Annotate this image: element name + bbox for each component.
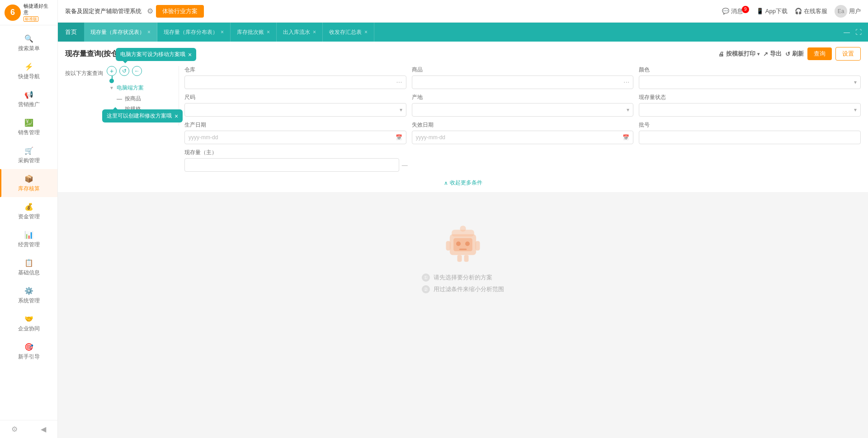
tab-close-batch-account[interactable]: × — [267, 29, 270, 35]
sidebar-item-label: 系统管理 — [18, 297, 40, 305]
product-label: 商品 — [412, 66, 634, 74]
tab-receive-summary[interactable]: 收发存汇总表 × — [323, 23, 374, 42]
tooltip-edit-close[interactable]: × — [175, 113, 178, 120]
industry-solution-btn[interactable]: 体验行业方案 — [156, 5, 204, 18]
svg-point-2 — [456, 241, 461, 246]
filter-exp-date: 失效日期 yyyy-mm-dd 📅 — [412, 121, 634, 144]
sidebar-item-inventory[interactable]: 📦 库存核算 — [0, 169, 57, 197]
sidebar-item-marketing[interactable]: 📢 营销推广 — [0, 85, 57, 113]
sidebar-item-label: 资金管理 — [18, 213, 40, 221]
sidebar-item-quicknav[interactable]: ⚡ 快捷导航 — [0, 57, 57, 85]
filter-stock-qty: 现存量（主） — — [184, 149, 408, 172]
scheme-refresh-btn[interactable]: ↺ — [119, 66, 129, 76]
query-btn[interactable]: 查询 — [807, 47, 832, 60]
tab-home[interactable]: 首页 — [58, 23, 84, 42]
sidebar-item-system[interactable]: ⚙️ 系统管理 — [0, 281, 57, 309]
svg-point-3 — [465, 241, 470, 246]
tab-close-inventory-status[interactable]: × — [147, 29, 151, 35]
settings-btn[interactable]: 设置 — [835, 47, 861, 61]
scheme-add-btn[interactable]: + — [107, 66, 117, 76]
tab-batch-account[interactable]: 库存批次账 × — [231, 23, 277, 42]
print-icon: 🖨 — [718, 51, 724, 57]
support-btn[interactable]: 🎧 在线客服 — [795, 7, 827, 15]
sidebar-item-enterprise[interactable]: 🤝 企业协同 — [0, 309, 57, 337]
query-section: 按以下方案查询 + ↺ ← 电脑方案可设为移动方案哦 × — [65, 66, 861, 175]
stock-qty-label: 现存量（主） — [184, 149, 408, 156]
warehouse-input[interactable]: ··· — [184, 75, 406, 89]
filter-warehouse: 仓库 ··· — [184, 66, 406, 89]
print-btn[interactable]: 🖨 按模板打印 ▾ — [718, 50, 760, 58]
exp-date-label: 失效日期 — [412, 121, 634, 129]
sidebar-item-operations[interactable]: 📊 经营管理 — [0, 225, 57, 253]
svg-rect-4 — [459, 249, 467, 250]
sidebar-item-finance[interactable]: 💰 资金管理 — [0, 197, 57, 225]
chevron-down-icon: ▾ — [757, 52, 760, 57]
chevron-down-icon: ▾ — [854, 79, 857, 85]
prod-date-label: 生产日期 — [184, 121, 406, 129]
filter-panel: 现存量查询(按仓库+商品) 🖨 按模板打印 ▾ ↗ 导出 ↺ 刷新 — [58, 42, 868, 192]
sales-icon: 💹 — [24, 118, 34, 127]
tab-close-in-out-flow[interactable]: × — [313, 29, 316, 35]
page-actions: 🖨 按模板打印 ▾ ↗ 导出 ↺ 刷新 查询 设置 — [718, 47, 861, 61]
stock-status-select[interactable]: ▾ — [639, 103, 861, 117]
logo-icon: 6 — [5, 5, 21, 21]
refresh-btn[interactable]: ↺ 刷新 — [785, 50, 804, 58]
tab-fullscreen-btn[interactable]: ⛶ — [854, 28, 863, 37]
batch-no-input[interactable] — [639, 131, 861, 144]
sidebar-item-basic[interactable]: 📋 基础信息 — [0, 253, 57, 281]
scheme-panel: + ↺ ← 电脑方案可设为移动方案哦 × — [107, 66, 179, 126]
bullet-icon: — — [117, 96, 122, 102]
sidebar-item-label: 搜索菜单 — [18, 45, 40, 52]
sidebar-nav: 🔍 搜索菜单 ⚡ 快捷导航 📢 营销推广 💹 销售管理 🛒 采购管理 📦 库存核… — [0, 25, 57, 420]
tab-in-out-flow[interactable]: 出入库流水 × — [277, 23, 323, 42]
filter-row-4: 现存量（主） — — [184, 149, 861, 172]
step-num-1: ① — [422, 273, 430, 282]
stock-qty-min-input[interactable] — [184, 158, 399, 172]
export-btn[interactable]: ↗ 导出 — [763, 50, 782, 58]
prod-date-input[interactable]: yyyy-mm-dd 📅 — [184, 131, 406, 144]
purchase-icon: 🛒 — [24, 146, 34, 155]
product-input[interactable]: ··· — [412, 75, 634, 89]
quicknav-icon: ⚡ — [24, 61, 34, 71]
sidebar-item-label: 经营管理 — [18, 241, 40, 249]
color-select[interactable]: ▾ — [639, 75, 861, 89]
calendar-icon: 📅 — [396, 134, 402, 141]
basic-icon: 📋 — [24, 258, 34, 268]
scheme-arrow-btn[interactable]: ← — [132, 66, 142, 76]
sidebar-item-guide[interactable]: 🎯 新手引导 — [0, 337, 57, 365]
origin-select[interactable]: ▾ — [412, 103, 634, 117]
tab-minus-btn[interactable]: — — [842, 28, 852, 37]
scheme-controls: + ↺ ← 电脑方案可设为移动方案哦 × — [107, 66, 173, 76]
tab-close-inventory-dist[interactable]: × — [221, 29, 224, 35]
empty-step-1: ① 请先选择要分析的方案 — [422, 273, 504, 282]
query-label: 按以下方案查询 — [65, 66, 103, 77]
filter-product: 商品 ··· — [412, 66, 634, 89]
message-btn[interactable]: 💬 消息 9 — [722, 7, 749, 15]
sidebar: 6 畅捷通好生意 标准版 🔍 搜索菜单 ⚡ 快捷导航 📢 营销推广 💹 销售管理… — [0, 0, 58, 438]
message-icon: 💬 — [722, 8, 729, 14]
search-icon: 🔍 — [24, 33, 34, 43]
scheme-sub-by-product[interactable]: — 按商品 — [114, 94, 173, 104]
sidebar-settings-btn[interactable]: ⚙ — [11, 425, 18, 433]
refresh-icon: ↺ — [785, 51, 790, 57]
size-select[interactable]: ▾ — [184, 103, 406, 117]
sidebar-collapse-btn[interactable]: ◀ — [41, 425, 46, 433]
filter-fields: 仓库 ··· 商品 ··· — [184, 66, 861, 175]
chevron-down-icon: ▾ — [627, 107, 629, 113]
scheme-desktop[interactable]: ▼ 电脑端方案 — [107, 82, 173, 94]
sidebar-item-search[interactable]: 🔍 搜索菜单 — [0, 29, 57, 57]
collapse-btn[interactable]: ∧ 收起更多条件 — [444, 179, 482, 187]
tooltip-desktop-close[interactable]: × — [188, 51, 192, 58]
svg-rect-5 — [458, 255, 462, 262]
exp-date-input[interactable]: yyyy-mm-dd 📅 — [412, 131, 634, 144]
system-name: 装备及固定资产辅助管理系统 — [65, 7, 142, 15]
tab-inventory-dist[interactable]: 现存量（库存分布表） × — [157, 23, 231, 42]
system-icon: ⚙️ — [24, 286, 34, 296]
tab-inventory-status[interactable]: 现存量（库存状况表） × — [84, 23, 157, 42]
settings-gear-btn[interactable]: ⚙ — [147, 7, 153, 15]
sidebar-item-sales[interactable]: 💹 销售管理 — [0, 113, 57, 141]
tab-close-receive-summary[interactable]: × — [364, 29, 368, 35]
sidebar-item-purchase[interactable]: 🛒 采购管理 — [0, 141, 57, 169]
user-avatar-btn[interactable]: Ea 用户 — [835, 5, 861, 18]
app-download-btn[interactable]: 📱 App下载 — [756, 7, 788, 15]
